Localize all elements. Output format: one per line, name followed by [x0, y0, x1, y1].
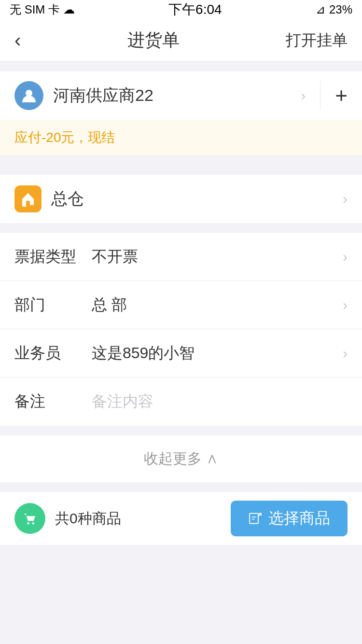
remark-label: 备注 [14, 391, 82, 412]
salesperson-value: 这是859的小智 [82, 343, 343, 364]
add-supplier-button[interactable]: + [320, 81, 348, 110]
ticket-type-value: 不开票 [82, 246, 343, 267]
status-left: 无 SIM 卡 ☁ [10, 2, 75, 17]
remark-row[interactable]: 备注 备注内容 [0, 378, 362, 426]
home-icon [20, 191, 36, 207]
collapse-button[interactable]: 收起更多 ∧ [0, 435, 362, 482]
notice-bar: 应付-20元，现结 [0, 120, 362, 155]
select-product-label: 选择商品 [268, 508, 330, 529]
supplier-section: 河南供应商22 › + [0, 71, 362, 120]
select-product-icon [248, 511, 263, 526]
salesperson-chevron-icon: › [343, 345, 348, 362]
form-section: 票据类型 不开票 › 部门 总 部 › 业务员 这是859的小智 › 备注 备注… [0, 233, 362, 426]
warehouse-chevron-icon: › [343, 191, 348, 207]
status-bar: 无 SIM 卡 ☁ 下午6:04 ⊿ 23% [0, 0, 362, 19]
status-time: 下午6:04 [168, 0, 222, 19]
ticket-type-label: 票据类型 [14, 246, 82, 267]
user-icon [20, 87, 38, 104]
section-gap-2 [0, 155, 362, 165]
battery-percent: 23% [329, 3, 352, 16]
salesperson-row[interactable]: 业务员 这是859的小智 › [0, 329, 362, 378]
supplier-row[interactable]: 河南供应商22 › + [14, 71, 348, 120]
warehouse-name: 总仓 [51, 188, 343, 210]
open-pending-button[interactable]: 打开挂单 [286, 30, 348, 51]
svg-point-0 [26, 90, 32, 97]
supplier-name: 河南供应商22 [53, 84, 301, 107]
sim-status: 无 SIM 卡 ☁ [10, 2, 75, 17]
warehouse-icon [14, 185, 42, 212]
svg-rect-3 [250, 514, 258, 524]
page-background [0, 545, 362, 644]
department-value: 总 部 [82, 294, 343, 316]
ticket-type-chevron-icon: › [343, 249, 348, 265]
svg-point-1 [27, 522, 29, 524]
department-label: 部门 [14, 294, 82, 316]
bottom-bar: 共0种商品 选择商品 [0, 492, 362, 545]
salesperson-label: 业务员 [14, 343, 82, 364]
department-row[interactable]: 部门 总 部 › [0, 281, 362, 329]
department-chevron-icon: › [343, 297, 348, 313]
warehouse-section[interactable]: 总仓 › [0, 175, 362, 223]
warehouse-row[interactable]: 总仓 › [14, 175, 348, 223]
cart-icon-wrap [14, 503, 45, 534]
supplier-avatar [14, 81, 43, 110]
remark-input[interactable]: 备注内容 [82, 391, 348, 412]
page-title: 进货单 [127, 28, 180, 52]
ticket-type-row[interactable]: 票据类型 不开票 › [0, 233, 362, 281]
select-product-button[interactable]: 选择商品 [231, 501, 348, 536]
svg-point-2 [32, 522, 34, 524]
status-right: ⊿ 23% [316, 3, 352, 16]
section-gap-1 [0, 62, 362, 71]
cart-icon [22, 510, 38, 527]
supplier-chevron-icon: › [301, 87, 306, 104]
back-icon: ‹ [14, 29, 21, 51]
back-button[interactable]: ‹ [14, 29, 21, 51]
battery-icon: ⊿ [316, 3, 325, 16]
product-count: 共0种商品 [55, 509, 231, 529]
nav-bar: ‹ 进货单 打开挂单 [0, 19, 362, 62]
